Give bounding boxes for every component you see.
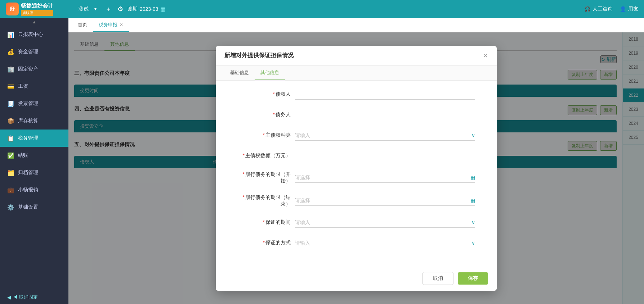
- guarantee-method-label: *保证的方式: [237, 240, 295, 246]
- header-company: 测试: [79, 6, 89, 12]
- modal-header: 新增对外提供保证担保情况 ✕: [216, 46, 497, 66]
- cloud-reports-icon: 📊: [7, 31, 14, 38]
- inner-content: 基础信息 其他信息 ↻ 刷新 三、有限责任公司本年度: [68, 32, 644, 304]
- tab-home-label: 首页: [78, 22, 87, 28]
- header-period: 账期 2023-03 ▦: [128, 6, 166, 13]
- sidebar-scroll-up[interactable]: ▲: [0, 18, 68, 26]
- sidebar-item-tax-mgmt[interactable]: 📋 税务管理: [0, 130, 68, 147]
- required-star: *: [263, 219, 265, 225]
- chevron-down-icon[interactable]: ∨: [471, 240, 475, 246]
- period-end-input[interactable]: [295, 195, 470, 205]
- tab-bar: 首页 税务申报 ✕: [68, 18, 644, 32]
- header-actions: ＋ ⚙: [105, 5, 123, 13]
- guarantee-method-select-wrap: ∨: [295, 238, 475, 248]
- modal: 新增对外提供保证担保情况 ✕ 基础信息 其他信息: [216, 46, 497, 291]
- sidebar-collapse-button[interactable]: ◀ ◀ 取消固定: [0, 290, 68, 304]
- sidebar-item-salary[interactable]: 💳 工资: [0, 78, 68, 95]
- tab-tax-report[interactable]: 税务申报 ✕: [93, 19, 129, 32]
- required-star: *: [273, 91, 275, 97]
- sidebar-item-settings[interactable]: ⚙️ 基础设置: [0, 199, 68, 216]
- sidebar-item-cloud-reports[interactable]: 📊 云报表中心: [0, 26, 68, 43]
- debt-type-input[interactable]: [295, 130, 471, 140]
- calendar-start-icon[interactable]: ▦: [470, 174, 475, 180]
- user-icon: 👤: [620, 6, 626, 12]
- guarantee-period-label: *保证的期间: [237, 219, 295, 226]
- modal-subtabs: 基础信息 其他信息: [216, 66, 497, 81]
- cancel-button[interactable]: 取消: [422, 272, 453, 285]
- sidebar-item-label: 工资: [18, 83, 28, 90]
- debt-type-label: *主债权种类: [237, 132, 295, 139]
- chevron-down-icon[interactable]: ▾: [94, 6, 97, 12]
- archive-icon: 🗂️: [7, 169, 14, 176]
- required-star: *: [243, 153, 245, 158]
- form-row-creditor: *债权人: [237, 89, 475, 100]
- debtor-input[interactable]: [295, 110, 475, 120]
- sidebar-item-archive[interactable]: 🗂️ 归档管理: [0, 164, 68, 181]
- modal-subtab-other[interactable]: 其他信息: [255, 66, 285, 80]
- required-star: *: [243, 194, 245, 200]
- fixed-assets-icon: 🏢: [7, 65, 14, 73]
- form-row-guarantee-method: *保证的方式 ∨: [237, 238, 475, 248]
- sidebar-item-checkout[interactable]: ✅ 结账: [0, 147, 68, 164]
- tab-home[interactable]: 首页: [72, 19, 93, 32]
- guarantee-method-input[interactable]: [295, 238, 471, 248]
- tab-close-icon[interactable]: ✕: [120, 22, 123, 27]
- modal-body: *债权人 *债务人: [216, 81, 497, 266]
- required-star: *: [263, 240, 265, 245]
- sidebar-item-label: 基础设置: [18, 204, 38, 210]
- sidebar-item-fixed-assets[interactable]: 🏢 固定资产: [0, 60, 68, 78]
- support-label: 人工咨询: [592, 6, 613, 12]
- modal-scroll-content: *债权人 *债务人: [216, 81, 497, 266]
- modal-overlay: 新增对外提供保证担保情况 ✕ 基础信息 其他信息: [68, 32, 644, 304]
- fund-mgmt-icon: 💰: [7, 48, 14, 55]
- period-end-date-wrap: ▦: [295, 195, 475, 206]
- main-layout: ▲ 📊 云报表中心 💰 资金管理 🏢 固定资产 💳 工资 🧾 发票管理: [0, 18, 644, 304]
- chevron-down-icon[interactable]: ∨: [471, 219, 475, 225]
- header-right: 🎧 人工咨询 👤 用友: [584, 6, 638, 12]
- logo-icon: 好: [6, 3, 19, 15]
- save-button[interactable]: 保存: [458, 272, 488, 285]
- period-end-label: *履行债务的期限（结束）: [237, 194, 295, 207]
- sidebar-item-label: 归档管理: [18, 169, 38, 176]
- add-button[interactable]: ＋: [105, 5, 112, 13]
- sidebar-item-fund-mgmt[interactable]: 💰 资金管理: [0, 43, 68, 60]
- period-start-input[interactable]: [295, 172, 470, 182]
- settings-button[interactable]: ⚙: [117, 5, 123, 13]
- calendar-icon[interactable]: ▦: [160, 6, 166, 13]
- debt-amount-label: *主债权数额（万元）: [237, 153, 295, 159]
- sidebar-item-label: 结账: [18, 152, 28, 159]
- period-start-date-wrap: ▦: [295, 172, 475, 183]
- user-item[interactable]: 👤 用友: [620, 6, 638, 12]
- sidebar-item-expense[interactable]: 💼 小畅报销: [0, 181, 68, 199]
- sidebar-item-label: 固定资产: [18, 66, 38, 72]
- modal-close-button[interactable]: ✕: [483, 52, 488, 60]
- expense-icon: 💼: [7, 186, 14, 194]
- guarantee-period-input[interactable]: [295, 217, 471, 227]
- inventory-icon: 📦: [7, 117, 14, 124]
- sidebar-item-label: 云报表中心: [18, 31, 43, 38]
- collapse-icon: ◀: [7, 295, 11, 300]
- sidebar-item-invoice-mgmt[interactable]: 🧾 发票管理: [0, 95, 68, 112]
- form-row-period-start: *履行债务的期限（开始） ▦: [237, 171, 475, 184]
- support-icon: 🎧: [584, 6, 590, 12]
- logo-badge: 旗舰版: [21, 10, 53, 16]
- sidebar-item-inventory[interactable]: 📦 库存核算: [0, 112, 68, 130]
- period-value: 2023-03: [140, 6, 158, 12]
- debt-type-select-wrap: ∨: [295, 130, 475, 141]
- chevron-down-icon[interactable]: ∨: [471, 132, 475, 138]
- support-item[interactable]: 🎧 人工咨询: [584, 6, 613, 12]
- modal-footer: 取消 保存: [216, 266, 497, 291]
- creditor-input[interactable]: [295, 89, 475, 100]
- sidebar-item-label: 发票管理: [18, 100, 38, 107]
- debt-amount-input[interactable]: [295, 151, 475, 161]
- calendar-end-icon[interactable]: ▦: [470, 198, 475, 203]
- debtor-label: *债务人: [237, 112, 295, 118]
- sidebar-item-label: 资金管理: [18, 49, 38, 55]
- logo-area: 好 畅捷通好会计 旗舰版: [6, 3, 74, 16]
- form-row-guarantee-period: *保证的期间 ∨: [237, 217, 475, 228]
- logo-text: 畅捷通好会计: [21, 3, 53, 9]
- content-area: 首页 税务申报 ✕ 基础信息 其他信息: [68, 18, 644, 304]
- modal-subtab-basic[interactable]: 基础信息: [224, 66, 255, 80]
- collapse-label: ◀ 取消固定: [13, 294, 38, 300]
- settings-icon: ⚙️: [7, 204, 14, 211]
